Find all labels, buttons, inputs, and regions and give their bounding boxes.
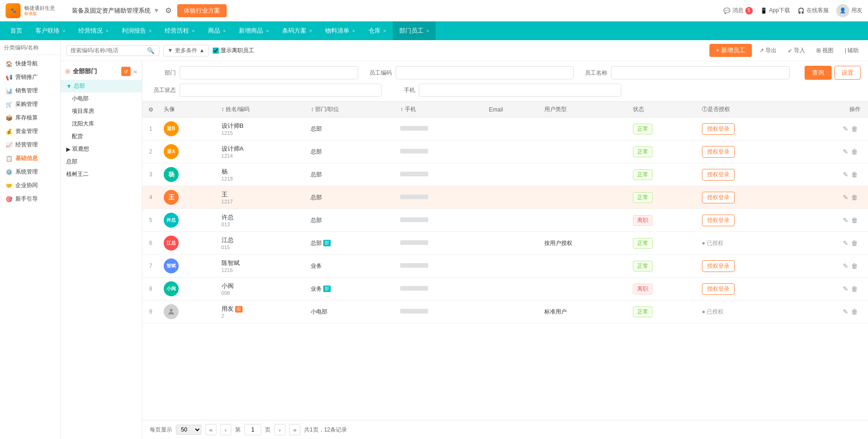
row-auth[interactable]: 授权登录 <box>697 140 797 163</box>
nav-operations[interactable]: 经营情况 × <box>72 21 115 40</box>
try-btn[interactable]: 体验行业方案 <box>177 4 227 17</box>
sidebar-item-nav[interactable]: 🏠 快捷导航 <box>0 57 60 70</box>
sidebar-item-operations[interactable]: 📈 经营管理 <box>0 138 60 152</box>
add-employee-btn[interactable]: + 新增员工 <box>709 44 752 57</box>
nav-warehouse[interactable]: 仓库 × <box>362 21 393 40</box>
dept-refresh-btn[interactable]: ↺ <box>121 67 131 76</box>
edit-btn[interactable]: ✎ <box>843 239 848 247</box>
dept-tree-item[interactable]: 总部 <box>61 155 142 168</box>
col-settings[interactable]: ⚙ <box>142 102 159 118</box>
nav-profit[interactable]: 利润报告 × <box>115 21 158 40</box>
query-btn[interactable]: 查询 <box>805 66 832 80</box>
dept-tree-item[interactable]: 沈阳大库 <box>61 118 142 130</box>
first-page-btn[interactable]: « <box>205 424 216 435</box>
view-btn[interactable]: ⊞ 视图 <box>812 45 837 56</box>
sidebar-item-finance[interactable]: 💰 资金管理 <box>0 125 60 138</box>
auth-login-btn[interactable]: 授权登录 <box>702 123 735 135</box>
nav-bom[interactable]: 物料清单 × <box>319 21 361 40</box>
close-icon[interactable]: × <box>192 28 194 34</box>
import-btn[interactable]: ↙ 导入 <box>784 45 809 56</box>
sidebar-item-collab[interactable]: 🤝 企业协同 <box>0 179 60 192</box>
more-btn[interactable]: | 辅助 <box>841 45 862 56</box>
service-btn[interactable]: 🎧 在线客服 <box>798 7 829 14</box>
page-input[interactable] <box>244 424 261 435</box>
delete-btn[interactable]: 🗑 <box>851 148 858 155</box>
sidebar-item-basics[interactable]: 📋 基础信息 <box>0 152 60 165</box>
reset-btn[interactable]: 设置 <box>834 66 861 80</box>
emp-name-input[interactable] <box>611 66 790 79</box>
search-input[interactable] <box>70 47 145 54</box>
auth-login-btn[interactable]: 授权登录 <box>702 283 735 295</box>
close-icon[interactable]: × <box>352 28 355 34</box>
close-icon[interactable]: × <box>266 28 269 34</box>
auth-login-btn[interactable]: 授权登录 <box>702 215 735 226</box>
export-btn[interactable]: ↗ 导出 <box>756 45 780 56</box>
row-auth[interactable]: 授权登录 <box>697 186 797 209</box>
close-icon[interactable]: × <box>383 28 386 34</box>
close-icon[interactable]: × <box>309 28 312 34</box>
row-auth[interactable]: 授权登录 <box>697 209 797 232</box>
auth-login-btn[interactable]: 授权登录 <box>702 146 735 158</box>
nav-add-goods[interactable]: 新增商品 × <box>232 21 275 40</box>
row-auth[interactable]: 授权登录 <box>697 118 797 140</box>
emp-status-select[interactable] <box>180 84 382 97</box>
filter-btn[interactable]: ▼ 更多条件 ▲ <box>163 45 209 56</box>
row-auth[interactable]: 授权登录 <box>697 278 797 300</box>
nav-customer[interactable]: 客户联络 × <box>29 21 72 40</box>
edit-btn[interactable]: ✎ <box>843 262 848 270</box>
nav-history[interactable]: 经营历程 × <box>158 21 201 40</box>
edit-btn[interactable]: ✎ <box>843 171 848 178</box>
auth-login-btn[interactable]: 授权登录 <box>702 169 735 181</box>
delete-btn[interactable]: 🗑 <box>851 194 858 201</box>
col-phone[interactable]: ↕ 手机 <box>396 102 484 118</box>
close-icon[interactable]: × <box>105 28 108 34</box>
row-auth[interactable]: 授权登录 <box>697 163 797 186</box>
dept-collapse-btn[interactable]: « <box>133 68 137 75</box>
edit-btn[interactable]: ✎ <box>843 308 848 315</box>
message-btn[interactable]: 💬 消息 5 <box>723 7 753 14</box>
auth-login-btn[interactable]: 授权登录 <box>702 260 735 272</box>
sidebar-item-inventory[interactable]: 📦 库存核算 <box>0 111 60 125</box>
close-icon[interactable]: × <box>426 28 429 34</box>
auth-login-btn[interactable]: 授权登录 <box>702 192 735 203</box>
edit-btn[interactable]: ✎ <box>843 194 848 201</box>
col-dept[interactable]: ↕ 部门/职位 <box>306 102 396 118</box>
edit-btn[interactable]: ✎ <box>843 125 848 132</box>
app-download-btn[interactable]: 📱 App下载 <box>760 7 790 14</box>
dept-tree-item[interactable]: 配货 <box>61 130 142 143</box>
col-name[interactable]: ↕ 姓名/编码 <box>217 102 306 118</box>
sidebar-item-system[interactable]: ⚙️ 系统管理 <box>0 165 60 179</box>
nav-dept[interactable]: 部门员工 × <box>393 21 436 40</box>
dept-select[interactable] <box>180 66 358 79</box>
dept-tree-item[interactable]: 植树王二 <box>61 168 142 181</box>
dept-tree-item[interactable]: 小电部 <box>61 92 142 105</box>
sidebar-search-input[interactable] <box>4 44 61 51</box>
close-icon[interactable]: × <box>149 28 152 34</box>
emp-code-input[interactable] <box>396 66 574 79</box>
user-menu[interactable]: 👤 用友 <box>836 4 862 17</box>
dept-tree-item[interactable]: ▶ 双鹿想 <box>61 143 142 155</box>
nav-barcode[interactable]: 条码方案 × <box>276 21 319 40</box>
dept-tree-item[interactable]: 项目库房 <box>61 105 142 118</box>
prev-page-btn[interactable]: ‹ <box>220 424 231 435</box>
delete-btn[interactable]: 🗑 <box>851 262 858 270</box>
delete-btn[interactable]: 🗑 <box>851 239 858 247</box>
delete-btn[interactable]: 🗑 <box>851 171 858 178</box>
nav-goods[interactable]: 商品 × <box>201 21 232 40</box>
delete-btn[interactable]: 🗑 <box>851 125 858 132</box>
per-page-select[interactable]: 50 20 100 <box>176 425 201 435</box>
sidebar-item-guide[interactable]: 🎯 新手引导 <box>0 192 60 206</box>
edit-btn[interactable]: ✎ <box>843 148 848 155</box>
delete-btn[interactable]: 🗑 <box>851 308 858 315</box>
gear-icon[interactable]: ⚙ <box>165 6 172 15</box>
delete-btn[interactable]: 🗑 <box>851 285 858 293</box>
dept-tree-root[interactable]: ▼ 总部 <box>61 80 142 92</box>
sidebar-item-marketing[interactable]: 📢 营销推广 <box>0 70 60 84</box>
row-auth[interactable]: ● 已授权 <box>697 232 797 255</box>
show-resigned-check[interactable]: 显示离职员工 <box>213 47 254 55</box>
last-page-btn[interactable]: » <box>289 424 300 435</box>
next-page-btn[interactable]: › <box>274 424 285 435</box>
delete-btn[interactable]: 🗑 <box>851 216 858 224</box>
close-icon[interactable]: × <box>223 28 226 34</box>
sidebar-item-purchase[interactable]: 🛒 采购管理 <box>0 98 60 111</box>
